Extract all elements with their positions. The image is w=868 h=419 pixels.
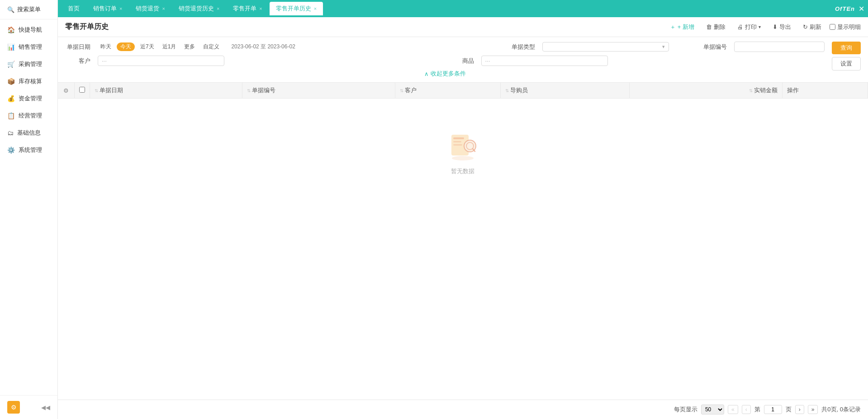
settings-button[interactable]: ⚙ bbox=[7, 401, 20, 414]
tab-close-sales-return-history[interactable]: × bbox=[217, 6, 219, 11]
chevron-down-icon: ▾ bbox=[662, 44, 665, 50]
sidebar-item-operations[interactable]: 📋经营管理 bbox=[0, 107, 57, 124]
sidebar-search[interactable]: 🔍 搜索菜单 bbox=[0, 0, 57, 19]
col-doc-no-label: 单据编号 bbox=[252, 86, 275, 94]
tab-retail-open[interactable]: 零售开单× bbox=[227, 2, 268, 15]
tab-label-home: 首页 bbox=[68, 5, 80, 13]
top-nav-right: OfTEn ✕ bbox=[835, 5, 864, 13]
tab-sales-return-history[interactable]: 销货退货历史× bbox=[172, 2, 226, 15]
sidebar-item-label: 采购管理 bbox=[19, 60, 42, 68]
quick-nav-icon: 🏠 bbox=[7, 26, 15, 33]
sidebar-item-label: 系统管理 bbox=[19, 146, 42, 154]
date-option-今天[interactable]: 今天 bbox=[117, 42, 135, 51]
page-number-input[interactable] bbox=[764, 405, 782, 414]
col-checkbox[interactable] bbox=[74, 83, 90, 99]
export-button[interactable]: ⬇ 导出 bbox=[769, 21, 795, 33]
date-option-近1月[interactable]: 近1月 bbox=[160, 42, 179, 51]
sidebar-item-basic-info[interactable]: 🗂基础信息 bbox=[0, 124, 57, 141]
col-doc-date[interactable]: ⇅ 单据日期 bbox=[90, 83, 242, 99]
sidebar-item-label: 基础信息 bbox=[17, 129, 41, 137]
page-of-label: 页 bbox=[786, 405, 792, 414]
doc-no-filter-label: 单据编号 bbox=[702, 43, 727, 51]
add-button[interactable]: ＋ + 新增 bbox=[666, 21, 698, 33]
col-customer-label: 客户 bbox=[405, 86, 417, 94]
print-button[interactable]: 🖨 打印 ▾ bbox=[734, 21, 764, 33]
close-window-icon[interactable]: ✕ bbox=[859, 5, 864, 13]
tab-retail-open-history[interactable]: 零售开单历史× bbox=[270, 2, 323, 15]
sidebar-item-purchase-mgmt[interactable]: 🛒采购管理 bbox=[0, 56, 57, 73]
gear-icon[interactable]: ⚙ bbox=[63, 87, 69, 94]
product-input[interactable]: ··· bbox=[481, 56, 608, 66]
query-button[interactable]: 查询 bbox=[832, 42, 861, 54]
col-settings[interactable]: ⚙ bbox=[58, 83, 74, 99]
col-customer-sort-icon: ⇅ bbox=[400, 88, 403, 93]
per-page-label: 每页显示 bbox=[674, 405, 697, 414]
tab-home[interactable]: 首页 bbox=[62, 2, 86, 15]
tab-close-sales-return[interactable]: × bbox=[162, 6, 165, 11]
add-icon: ＋ bbox=[670, 23, 676, 31]
tab-sales-order[interactable]: 销售订单× bbox=[87, 2, 128, 15]
tab-label-retail-open: 零售开单 bbox=[233, 5, 256, 13]
total-info: 共0页, 0条记录 bbox=[821, 405, 861, 414]
col-doc-no[interactable]: ⇅ 单据编号 bbox=[242, 83, 395, 99]
customer-filter-label: 客户 bbox=[65, 57, 90, 65]
col-doc-date-sort-icon: ⇅ bbox=[95, 88, 98, 93]
tab-close-retail-open[interactable]: × bbox=[259, 6, 262, 11]
last-page-button[interactable]: » bbox=[808, 405, 818, 414]
sidebar-item-finance[interactable]: 💰资金管理 bbox=[0, 90, 57, 107]
select-all-checkbox[interactable] bbox=[79, 87, 85, 93]
operations-icon: 📋 bbox=[7, 112, 15, 119]
sidebar-item-inventory[interactable]: 📦库存核算 bbox=[0, 73, 57, 90]
col-guide[interactable]: ⇅ 导购员 bbox=[500, 83, 629, 99]
customer-input[interactable]: ··· bbox=[98, 56, 224, 66]
tab-close-sales-order[interactable]: × bbox=[119, 6, 122, 11]
doc-no-text-input[interactable] bbox=[738, 43, 821, 50]
tab-label-sales-order: 销售订单 bbox=[93, 5, 117, 13]
display-detail-checkbox[interactable] bbox=[830, 24, 835, 30]
sidebar-collapse-button[interactable]: ◀◀ bbox=[41, 404, 50, 411]
svg-point-0 bbox=[452, 156, 474, 160]
first-page-button[interactable]: « bbox=[728, 405, 738, 414]
date-options: 昨天今天近7天近1月更多自定义 bbox=[98, 42, 222, 51]
delete-button[interactable]: 🗑 删除 bbox=[702, 21, 729, 33]
toolbar: 零售开单历史 ＋ + 新增 🗑 删除 🖨 打印 ▾ ⬇ 导出 ↻ 刷新 bbox=[58, 17, 868, 37]
prev-page-button[interactable]: ‹ bbox=[742, 405, 751, 414]
next-page-button[interactable]: › bbox=[795, 405, 804, 414]
add-label: + 新增 bbox=[678, 23, 694, 31]
data-table: ⚙ ⇅ 单据日期 ⇅ bbox=[58, 83, 868, 202]
refresh-label: 刷新 bbox=[810, 23, 821, 31]
date-option-昨天[interactable]: 昨天 bbox=[98, 42, 114, 51]
delete-icon: 🗑 bbox=[706, 24, 712, 30]
col-action-label: 操作 bbox=[787, 87, 799, 94]
refresh-button[interactable]: ↻ 刷新 bbox=[799, 21, 825, 33]
col-customer[interactable]: ⇅ 客户 bbox=[395, 83, 500, 99]
sidebar: 🔍 搜索菜单 🏠快捷导航📊销售管理🛒采购管理📦库存核算💰资金管理📋经营管理🗂基础… bbox=[0, 0, 58, 419]
top-nav: 首页销售订单×销货退货×销货退货历史×零售开单×零售开单历史× OfTEn ✕ bbox=[58, 0, 868, 17]
per-page-select[interactable]: 102050100 bbox=[701, 405, 724, 414]
tab-label-sales-return: 销货退货 bbox=[136, 5, 159, 13]
col-actual-amount[interactable]: ⇅ 实销金额 bbox=[630, 83, 783, 99]
col-doc-date-label: 单据日期 bbox=[100, 86, 123, 94]
collapse-more-btn[interactable]: ∧ 收起更多条件 bbox=[65, 70, 825, 78]
tab-close-retail-open-history[interactable]: × bbox=[314, 6, 317, 11]
sidebar-menu: 🏠快捷导航📊销售管理🛒采购管理📦库存核算💰资金管理📋经营管理🗂基础信息⚙️系统管… bbox=[0, 19, 57, 395]
inventory-icon: 📦 bbox=[7, 78, 15, 85]
sidebar-item-quick-nav[interactable]: 🏠快捷导航 bbox=[0, 21, 57, 38]
tab-sales-return[interactable]: 销货退货× bbox=[129, 2, 171, 15]
doc-type-select[interactable]: ▾ bbox=[542, 42, 669, 52]
sidebar-item-sales-mgmt[interactable]: 📊销售管理 bbox=[0, 38, 57, 56]
filter-settings-button[interactable]: 设置 bbox=[832, 57, 861, 71]
date-option-近7天[interactable]: 近7天 bbox=[138, 42, 157, 51]
basic-info-icon: 🗂 bbox=[7, 129, 14, 137]
display-detail-toggle[interactable]: 显示明细 bbox=[830, 23, 861, 31]
date-range-text: 2023-06-02 至 2023-06-02 bbox=[231, 43, 295, 51]
date-option-自定义[interactable]: 自定义 bbox=[200, 42, 222, 51]
sidebar-footer: ⚙ ◀◀ bbox=[0, 395, 57, 419]
collapse-label: 收起更多条件 bbox=[431, 70, 466, 78]
sidebar-item-sys-mgmt[interactable]: ⚙️系统管理 bbox=[0, 141, 57, 159]
sidebar-item-label: 销售管理 bbox=[19, 43, 42, 51]
doc-no-input[interactable] bbox=[734, 42, 825, 52]
date-option-更多[interactable]: 更多 bbox=[181, 42, 198, 51]
search-icon: 🔍 bbox=[7, 6, 14, 13]
finance-icon: 💰 bbox=[7, 95, 15, 102]
